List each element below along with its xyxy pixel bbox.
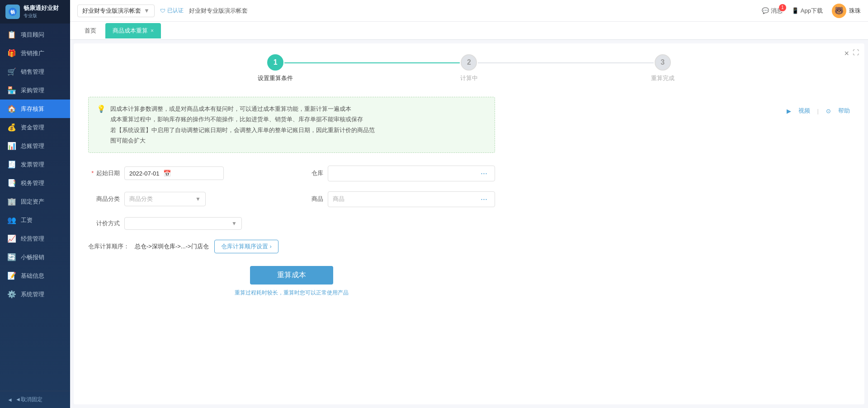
form-area: * 起始日期 2022-07-01 📅 仓库 ··· (88, 166, 495, 297)
form-row-1: * 起始日期 2022-07-01 📅 仓库 ··· (88, 166, 495, 181)
sidebar-item-expense[interactable]: 🔄 小畅报销 (0, 248, 70, 266)
step-2: 2 计算中 (372, 54, 566, 82)
purchase-icon: 🏪 (7, 86, 16, 95)
phone-icon: 📱 (792, 7, 799, 14)
expand-window-icon[interactable]: ⛶ (853, 49, 859, 58)
dropdown-arrow-icon: ▼ (144, 7, 150, 14)
goods-input[interactable]: 商品 ··· (328, 191, 495, 207)
sidebar-label-inventory: 库存核算 (21, 105, 44, 113)
accounting-icon: 📊 (7, 142, 16, 150)
sidebar-item-accounting[interactable]: 📊 总账管理 (0, 137, 70, 155)
sidebar-item-finance[interactable]: 💰 资金管理 (0, 118, 70, 137)
sidebar-item-hr[interactable]: 👥 工资 (0, 211, 70, 229)
steps-container: 1 设置重算条件 2 计算中 3 重算完成 (88, 54, 850, 82)
notice-line-3: 若【系统设置】中启用了自动调整记账日期时，会调整入库单的整单记账日期，因此重新计… (110, 125, 375, 135)
warehouse-order-btn[interactable]: 仓库计算顺序设置 › (214, 240, 278, 253)
sidebar-item-operations[interactable]: 📈 经营管理 (0, 229, 70, 248)
app-download-label: App下载 (801, 7, 823, 15)
account-selector[interactable]: 好业财专业版演示帐套 ▼ (77, 5, 155, 17)
sidebar-item-inventory[interactable]: 🏠 库存核算 (0, 100, 70, 118)
sidebar-item-basic[interactable]: 📝 基础信息 (0, 266, 70, 285)
warehouse-btn-arrow-icon: › (270, 243, 272, 250)
warehouse-dots-icon[interactable]: ··· (478, 169, 490, 178)
goods-dots-icon[interactable]: ··· (478, 195, 490, 204)
video-icon: ▶ (787, 108, 791, 114)
warehouse-btn-label: 仓库计算顺序设置 (221, 242, 268, 251)
sidebar-label-project: 项目顾问 (21, 31, 44, 39)
messages-action[interactable]: 💬 消息 1 (762, 7, 783, 15)
sidebar-label-accounting: 总账管理 (21, 142, 44, 150)
step-1-circle: 1 (267, 54, 283, 71)
message-icon: 💬 (762, 7, 769, 14)
sidebar-item-sales[interactable]: 🛒 销售管理 (0, 62, 70, 81)
step-1: 1 设置重算条件 (179, 54, 372, 82)
form-row-2: 商品分类 商品分类 ▼ 商品 商品 ··· (88, 191, 495, 207)
category-group: 商品分类 商品分类 ▼ (88, 192, 292, 206)
help-links: ▶ 视频 | ⊙ 帮助 (787, 107, 850, 115)
sidebar-label-system: 系统管理 (21, 290, 44, 299)
sidebar-item-invoice[interactable]: 🧾 发票管理 (0, 155, 70, 174)
sidebar-item-assets[interactable]: 🏢 固定资产 (0, 192, 70, 211)
sidebar-item-tax[interactable]: 📑 税务管理 (0, 174, 70, 192)
category-select[interactable]: 商品分类 ▼ (124, 192, 206, 206)
recalc-hint: 重算过程耗时较长，重算时您可以正常使用产品 (235, 289, 349, 297)
sidebar-item-project[interactable]: 📋 项目顾问 (0, 25, 70, 44)
basic-icon: 📝 (7, 271, 16, 280)
sidebar-item-purchase[interactable]: 🏪 采购管理 (0, 81, 70, 100)
warehouse-label: 仓库 (292, 169, 323, 177)
sidebar-item-marketing[interactable]: 🎁 营销推广 (0, 44, 70, 62)
verified-badge: 🛡 已认证 (160, 7, 184, 14)
app-download-action[interactable]: 📱 App下载 (792, 7, 823, 15)
finance-icon: 💰 (7, 123, 16, 132)
shield-icon: 🛡 (160, 8, 165, 14)
warehouse-group: 仓库 ··· (292, 166, 495, 181)
sidebar-label-operations: 经营管理 (21, 235, 44, 243)
start-date-input[interactable]: 2022-07-01 📅 (124, 166, 224, 180)
start-date-value: 2022-07-01 (129, 170, 160, 177)
topbar: 好业财专业版演示帐套 ▼ 🛡 已认证 好业财专业版演示帐套 💬 消息 1 📱 A… (70, 0, 868, 22)
calendar-icon[interactable]: 📅 (163, 170, 171, 177)
marketing-icon: 🎁 (7, 49, 16, 57)
warehouse-order-row: 仓库计算顺序： 总仓->深圳仓库->...->门店仓 仓库计算顺序设置 › (88, 240, 495, 253)
unpin-label: ◄取消固定 (15, 396, 42, 403)
pricing-group: 计价方式 ▼ (88, 217, 495, 230)
verified-text: 已认证 (167, 7, 184, 14)
sidebar-item-system[interactable]: ⚙️ 系统管理 (0, 285, 70, 304)
tabs-bar: 首页 商品成本重算 × (70, 22, 868, 40)
pricing-select[interactable]: ▼ (124, 217, 242, 230)
video-link[interactable]: 视频 (798, 107, 810, 115)
goods-placeholder: 商品 (333, 195, 344, 203)
tab-close-icon[interactable]: × (151, 28, 154, 34)
recalc-button[interactable]: 重算成本 (250, 266, 333, 285)
app-logo: 畅 畅康通好业财 专业版 (0, 0, 70, 24)
tab-label: 商品成本重算 (113, 27, 148, 35)
required-star: * (91, 170, 94, 176)
sidebar-label-marketing: 营销推广 (21, 49, 44, 57)
sales-icon: 🛒 (7, 67, 16, 76)
sidebar-label-sales: 销售管理 (21, 68, 44, 76)
notice-line-1: 因成本计算参数调整，或是对商品成本有疑问时，可以通过成本重算功能，重新计算一遍成… (110, 104, 375, 114)
sidebar-label-finance: 资金管理 (21, 123, 44, 132)
user-profile[interactable]: 🐻 珠珠 (832, 4, 861, 18)
content-area: × ⛶ ▶ 视频 | ⊙ 帮助 1 设置重算条件 2 计算中 (74, 43, 864, 404)
hr-icon: 👥 (7, 216, 16, 224)
sidebar-label-tax: 税务管理 (21, 179, 44, 187)
pin-icon: ◄ (7, 397, 13, 403)
project-icon: 📋 (7, 30, 16, 39)
svg-text:畅: 畅 (10, 9, 15, 14)
assets-icon: 🏢 (7, 197, 16, 206)
step-3: 3 重算完成 (566, 54, 760, 82)
sidebar-label-expense: 小畅报销 (21, 253, 44, 261)
category-chevron-icon: ▼ (195, 196, 201, 202)
sidebar-label-hr: 工资 (21, 216, 33, 224)
notice-line-2: 成本重算过程中，影响库存账的操作均不能操作，比如进货单、销货单、库存单据不能审核… (110, 114, 375, 124)
tab-home[interactable]: 首页 (77, 23, 104, 38)
tab-cost-recalc[interactable]: 商品成本重算 × (105, 23, 161, 38)
warehouse-input[interactable]: ··· (328, 166, 495, 181)
logo-icon: 畅 (5, 5, 20, 19)
start-date-label: * 起始日期 (88, 169, 120, 177)
inventory-icon: 🏠 (7, 104, 16, 113)
sidebar-footer-toggle[interactable]: ◄ ◄取消固定 (0, 391, 70, 408)
recalc-section: 重算成本 重算过程耗时较长，重算时您可以正常使用产品 (88, 266, 495, 297)
help-link[interactable]: 帮助 (838, 107, 850, 115)
